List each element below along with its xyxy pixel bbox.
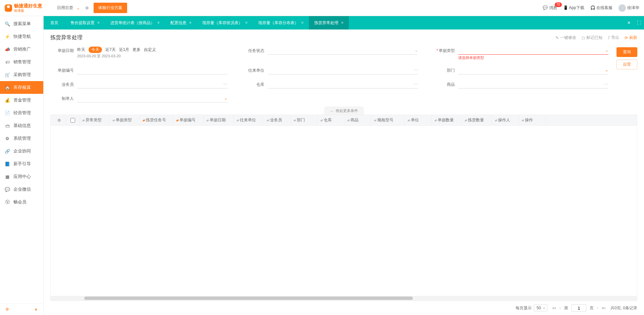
sort-icon: ▴▾ bbox=[293, 118, 296, 122]
tab[interactable]: 售价提取设置× bbox=[65, 16, 105, 29]
sort-icon: ▴▾ bbox=[495, 118, 497, 122]
page-title: 拣货异常处理 bbox=[50, 34, 83, 41]
last-page-icon[interactable]: ⏭ bbox=[602, 306, 606, 310]
date-quick-options[interactable]: 昨天今天近7天近1月更多自定义 bbox=[77, 47, 227, 53]
date-option[interactable]: 昨天 bbox=[77, 47, 85, 53]
close-icon[interactable]: × bbox=[341, 20, 343, 25]
date-option[interactable]: 近7天 bbox=[105, 47, 116, 53]
date-option[interactable]: 今天 bbox=[89, 47, 102, 53]
sidebar-item-db[interactable]: 🗃基础信息 bbox=[0, 119, 43, 132]
column-header[interactable]: ▴▾部门 bbox=[291, 115, 318, 125]
close-icon[interactable]: × bbox=[97, 20, 100, 25]
page-number-input[interactable] bbox=[572, 304, 586, 312]
task-status-select[interactable] bbox=[268, 47, 418, 55]
settings-button[interactable]: 设置 bbox=[616, 60, 637, 69]
tab[interactable]: 拣货异常处理× bbox=[309, 16, 349, 29]
sidebar-item-grid[interactable]: ▦应用中心 bbox=[0, 170, 43, 183]
gear-icon[interactable]: ⚙ bbox=[85, 6, 89, 10]
sidebar-item-doc[interactable]: 📄经营管理 bbox=[0, 107, 43, 119]
sidebar-item-wechat[interactable]: 💬企业微信 bbox=[0, 183, 43, 196]
tab[interactable]: 进货单统计表（按商品）× bbox=[105, 16, 165, 29]
close-icon[interactable]: × bbox=[157, 20, 160, 25]
column-header[interactable]: ▴▾单据数量 bbox=[432, 115, 462, 125]
column-header[interactable]: ▴▾拣货数量 bbox=[462, 115, 492, 125]
user-menu[interactable]: 徐泽华 bbox=[619, 4, 639, 12]
org-selector[interactable]: 日用百货 ⌄ ⚙ bbox=[57, 5, 89, 11]
app-download-link[interactable]: 📱 App下载 bbox=[563, 5, 584, 11]
filter-task-status: 任务状态 ⌄ bbox=[241, 47, 418, 60]
sidebar-item-flash[interactable]: ⚡快捷导航 bbox=[0, 30, 43, 43]
doc-type-select[interactable] bbox=[458, 47, 608, 55]
sort-icon: ▴▾ bbox=[176, 118, 178, 122]
sidebar-item-gear[interactable]: ⚙系统管理 bbox=[0, 132, 43, 145]
sidebar-item-cart[interactable]: 🛒采购管理 bbox=[0, 68, 43, 81]
messages-link[interactable]: 💬 消息70 bbox=[543, 5, 557, 11]
export-button[interactable]: ⤴ 导出 bbox=[608, 35, 619, 41]
column-header[interactable]: ▴▾操作人 bbox=[492, 115, 519, 125]
column-header[interactable]: ▴▾操作 bbox=[519, 115, 546, 125]
batch-edit-button[interactable]: ✎ 一键修改 bbox=[555, 35, 576, 41]
more-icon[interactable]: ⋯ bbox=[604, 82, 608, 86]
column-header[interactable]: ▴▾规格型号 bbox=[371, 115, 405, 125]
close-icon[interactable]: × bbox=[245, 20, 248, 25]
date-option[interactable]: 近1月 bbox=[119, 47, 129, 53]
column-header[interactable]: ▴▾仓库 bbox=[318, 115, 344, 125]
chevron-down-icon: ⌄ bbox=[224, 96, 227, 101]
sidebar-item-book[interactable]: 📘新手引导 bbox=[0, 158, 43, 170]
sidebar-item-tag[interactable]: 🏷销售管理 bbox=[0, 56, 43, 68]
mark-read-button[interactable]: ◻ 标记已知 bbox=[582, 35, 602, 41]
collapse-filters-toggle[interactable]: ︿ 收起更多条件 bbox=[324, 107, 364, 115]
column-header[interactable]: ▴▾往来单位 bbox=[234, 115, 264, 125]
date-option[interactable]: 更多 bbox=[132, 47, 141, 53]
prev-page-icon[interactable]: ‹ bbox=[559, 306, 561, 310]
sort-icon: ▴▾ bbox=[82, 118, 84, 122]
warehouse-input[interactable] bbox=[268, 80, 418, 88]
tab-close-button[interactable]: ✕ bbox=[624, 16, 634, 29]
sidebar-item-link[interactable]: 🔗企业协同 bbox=[0, 145, 43, 158]
select-all-checkbox[interactable] bbox=[66, 115, 79, 125]
chevron-up-icon: ︿ bbox=[330, 108, 334, 113]
next-page-icon[interactable]: › bbox=[597, 306, 598, 310]
dept-select[interactable] bbox=[458, 66, 608, 74]
sidebar-item-home[interactable]: 🏠库存核算 bbox=[0, 81, 43, 94]
table-settings-icon[interactable]: ⚙ bbox=[53, 115, 66, 125]
date-option[interactable]: 自定义 bbox=[144, 47, 156, 53]
tab[interactable]: 配置信息× bbox=[165, 16, 197, 29]
more-icon[interactable]: ⋯ bbox=[414, 68, 418, 72]
creator-select[interactable] bbox=[77, 94, 227, 103]
salesman-input[interactable] bbox=[77, 80, 227, 88]
product-input[interactable] bbox=[458, 80, 608, 88]
column-header[interactable]: ▴▾商品 bbox=[344, 115, 371, 125]
sidebar-item-megaphone[interactable]: 📣营销推广 bbox=[0, 43, 43, 56]
sort-icon: ▴▾ bbox=[465, 118, 467, 122]
collapse-sidebar-icon[interactable]: ⏴ bbox=[34, 307, 38, 312]
tab-expand-button[interactable]: ⛶ bbox=[634, 16, 644, 29]
column-header[interactable]: ▴▾单据类型 bbox=[110, 115, 140, 125]
tab[interactable]: 现存量（库存分布表）× bbox=[253, 16, 309, 29]
first-page-icon[interactable]: ⏮ bbox=[552, 306, 556, 310]
tab[interactable]: 首页 bbox=[44, 16, 65, 29]
tab[interactable]: 现存量（库存状况表）× bbox=[197, 16, 253, 29]
close-icon[interactable]: × bbox=[189, 20, 192, 25]
column-header[interactable]: ▴▾单位 bbox=[405, 115, 432, 125]
column-header[interactable]: ▴▾业务员 bbox=[264, 115, 291, 125]
column-header[interactable]: ▴▾拣货任务号 bbox=[140, 115, 173, 125]
sidebar-item-search[interactable]: 🔍搜索菜单 bbox=[0, 17, 43, 30]
more-icon[interactable]: ⋯ bbox=[414, 82, 418, 86]
sidebar-item-coin[interactable]: 💰资金管理 bbox=[0, 94, 43, 107]
sidebar-item-vip[interactable]: Ⓥ畅会员 bbox=[0, 196, 43, 208]
try-plan-button[interactable]: 体验行业方案 bbox=[94, 3, 127, 13]
column-header[interactable]: ▴▾单据日期 bbox=[204, 115, 234, 125]
refresh-button[interactable]: ⟳ 刷新 bbox=[625, 35, 637, 41]
column-header[interactable]: ▴▾异常类型 bbox=[79, 115, 110, 125]
page-size-select[interactable]: 50 bbox=[534, 305, 547, 311]
horizontal-scrollbar[interactable] bbox=[51, 296, 637, 301]
query-button[interactable]: 查询 bbox=[616, 47, 637, 57]
column-header[interactable]: ▴▾单据编号 bbox=[173, 115, 204, 125]
partner-input[interactable] bbox=[268, 66, 418, 74]
support-link[interactable]: 🎧 在线客服 bbox=[590, 5, 612, 11]
more-icon[interactable]: ⋯ bbox=[223, 82, 227, 86]
close-icon[interactable]: × bbox=[301, 20, 304, 25]
settings-icon[interactable]: ⚙ bbox=[5, 307, 9, 312]
doc-no-input[interactable] bbox=[77, 66, 227, 74]
